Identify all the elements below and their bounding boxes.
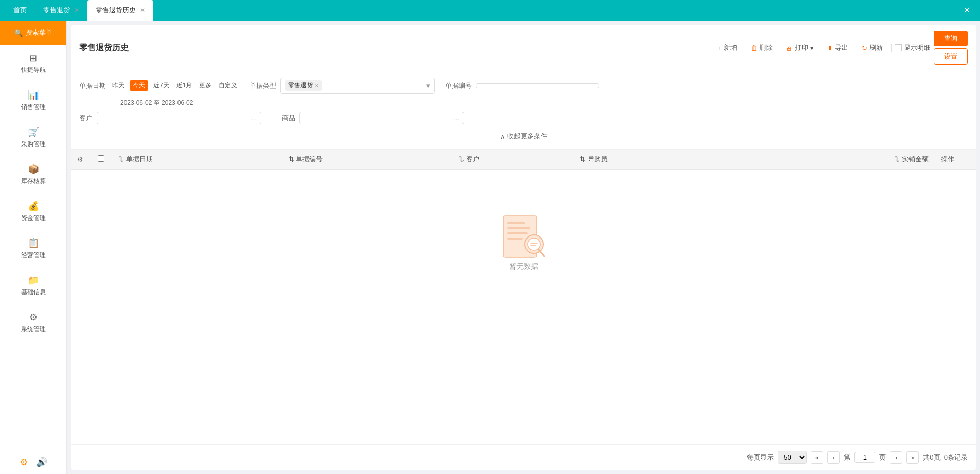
settings-bottom-icon[interactable]: ⚙ bbox=[20, 457, 28, 468]
collapse-button[interactable]: ∧ 收起更多条件 bbox=[500, 132, 547, 141]
th-number[interactable]: ⇅ 单据编号 bbox=[282, 150, 453, 170]
page-unit: 页 bbox=[879, 453, 886, 462]
query-button[interactable]: 查询 bbox=[934, 31, 968, 46]
customer-input[interactable]: ... bbox=[97, 112, 261, 124]
number-label: 单据编号 bbox=[445, 81, 472, 90]
search-icon: 🔍 bbox=[14, 29, 23, 37]
date-opt-1month[interactable]: 近1月 bbox=[174, 80, 194, 91]
svg-rect-1 bbox=[507, 222, 525, 224]
type-label: 单据类型 bbox=[250, 81, 276, 90]
delete-icon: 🗑 bbox=[751, 44, 757, 52]
delete-button[interactable]: 🗑 删除 bbox=[745, 41, 778, 55]
query-buttons: 查询 设置 bbox=[934, 31, 968, 65]
type-select-dropdown: ▾ bbox=[426, 82, 430, 89]
page-label: 第 bbox=[844, 453, 850, 462]
prev-page-button[interactable]: ‹ bbox=[827, 451, 840, 464]
select-all-checkbox[interactable] bbox=[98, 155, 104, 162]
page-container: 零售退货历史 + 新增 🗑 删除 🖨 打印 ▾ bbox=[71, 25, 976, 470]
svg-rect-3 bbox=[507, 232, 528, 234]
type-filter: 单据类型 零售退货 × ▾ bbox=[250, 78, 435, 94]
content-area: 零售退货历史 + 新增 🗑 删除 🖨 打印 ▾ bbox=[67, 21, 980, 474]
per-page-label: 每页显示 bbox=[747, 453, 774, 462]
print-dropdown-icon: ▾ bbox=[810, 44, 814, 52]
export-button[interactable]: ⬆ 导出 bbox=[822, 41, 853, 55]
date-range-display: 2023-06-02 至 2023-06-02 bbox=[120, 99, 968, 107]
th-operation: 操作 bbox=[935, 150, 976, 170]
table-header: ⚙ ⇅ 单据日期 ⇅ 单据编号 bbox=[71, 150, 976, 170]
purchase-icon: 🛒 bbox=[28, 126, 39, 138]
type-tag-close[interactable]: × bbox=[315, 82, 318, 89]
page-number-input[interactable] bbox=[854, 452, 875, 463]
th-guide[interactable]: ⇅ 导购员 bbox=[574, 150, 719, 170]
goods-placeholder: ... bbox=[454, 114, 459, 122]
sidebar: 🔍 搜索菜单 ⊞ 快捷导航 📊 销售管理 🛒 采购管理 📦 库存核算 💰 资金管… bbox=[0, 21, 67, 474]
page-header: 零售退货历史 + 新增 🗑 删除 🖨 打印 ▾ bbox=[71, 25, 976, 71]
sidebar-item-sales-mgmt[interactable]: 📊 销售管理 bbox=[0, 82, 66, 119]
display-detail-checkbox[interactable] bbox=[895, 44, 902, 51]
finance-icon: 💰 bbox=[28, 200, 39, 212]
date-opt-custom[interactable]: 自定义 bbox=[217, 80, 239, 91]
page-title: 零售退货历史 bbox=[79, 43, 129, 53]
th-customer[interactable]: ⇅ 客户 bbox=[452, 150, 574, 170]
empty-text: 暂无数据 bbox=[509, 262, 538, 271]
operations-icon: 📋 bbox=[28, 238, 39, 249]
audio-icon[interactable]: 🔊 bbox=[36, 457, 47, 468]
goods-input[interactable]: ... bbox=[299, 112, 464, 124]
empty-illustration bbox=[493, 211, 555, 262]
th-amount[interactable]: ⇅ 实销金额 bbox=[764, 150, 935, 170]
goods-filter: 商品 ... bbox=[282, 112, 464, 124]
display-detail-option[interactable]: 显示明细 bbox=[895, 43, 931, 52]
sidebar-item-operations-mgmt[interactable]: 📋 经营管理 bbox=[0, 230, 66, 267]
th-date[interactable]: ⇅ 单据日期 bbox=[112, 150, 282, 170]
pagination: 每页显示 50 10 20 100 « ‹ 第 页 › » 共0页, 0条记录 bbox=[71, 444, 976, 470]
svg-rect-2 bbox=[507, 227, 530, 229]
close-tab-retail-return-history[interactable]: ✕ bbox=[140, 7, 145, 14]
th-settings[interactable]: ⚙ bbox=[71, 150, 92, 170]
inventory-icon: 📦 bbox=[28, 163, 39, 175]
sidebar-item-purchase-mgmt[interactable]: 🛒 采购管理 bbox=[0, 119, 66, 156]
per-page-select[interactable]: 50 10 20 100 bbox=[778, 451, 807, 464]
customer-placeholder: ... bbox=[251, 114, 257, 122]
sidebar-bottom: ⚙ 🔊 bbox=[0, 450, 66, 474]
search-menu[interactable]: 🔍 搜索菜单 bbox=[0, 21, 66, 45]
first-page-button[interactable]: « bbox=[811, 451, 823, 464]
type-select[interactable]: 零售退货 × ▾ bbox=[280, 78, 435, 94]
sidebar-item-inventory[interactable]: 📦 库存核算 bbox=[0, 156, 66, 193]
sidebar-item-quick-nav[interactable]: ⊞ 快捷导航 bbox=[0, 45, 66, 82]
date-opt-7days[interactable]: 近7天 bbox=[151, 80, 171, 91]
system-icon: ⚙ bbox=[29, 312, 38, 323]
add-button[interactable]: + 新增 bbox=[712, 41, 742, 55]
goods-label: 商品 bbox=[282, 114, 295, 123]
sales-icon: 📊 bbox=[28, 89, 39, 101]
print-button[interactable]: 🖨 打印 ▾ bbox=[781, 41, 819, 55]
total-info: 共0页, 0条记录 bbox=[923, 453, 968, 462]
refresh-button[interactable]: ↻ 刷新 bbox=[857, 41, 888, 55]
close-tab-retail-return[interactable]: ✕ bbox=[74, 7, 79, 14]
sidebar-item-basic-info[interactable]: 📁 基础信息 bbox=[0, 267, 66, 304]
header-actions: + 新增 🗑 删除 🖨 打印 ▾ ⬆ 导出 bbox=[712, 31, 968, 65]
window-close-button[interactable]: ✕ bbox=[959, 5, 975, 16]
sidebar-item-finance-mgmt[interactable]: 💰 资金管理 bbox=[0, 193, 66, 230]
tab-retail-return[interactable]: 零售退货 ✕ bbox=[35, 0, 87, 21]
number-filter: 单据编号 bbox=[445, 81, 599, 90]
number-input[interactable] bbox=[476, 83, 599, 88]
date-options: 昨天 今天 近7天 近1月 更多 自定义 bbox=[110, 80, 239, 91]
svg-point-6 bbox=[528, 238, 540, 250]
next-page-button[interactable]: › bbox=[890, 451, 902, 464]
date-label: 单据日期 bbox=[79, 81, 106, 90]
date-opt-today[interactable]: 今天 bbox=[130, 80, 148, 91]
th-spacer bbox=[720, 150, 765, 170]
refresh-icon: ↻ bbox=[862, 44, 867, 52]
table-area: ⚙ ⇅ 单据日期 ⇅ 单据编号 bbox=[71, 150, 976, 444]
sidebar-item-system-mgmt[interactable]: ⚙ 系统管理 bbox=[0, 304, 66, 341]
main-layout: 🔍 搜索菜单 ⊞ 快捷导航 📊 销售管理 🛒 采购管理 📦 库存核算 💰 资金管… bbox=[0, 21, 980, 474]
filter-row-1: 单据日期 昨天 今天 近7天 近1月 更多 自定义 单据类型 bbox=[79, 78, 968, 94]
th-checkbox[interactable] bbox=[92, 150, 112, 170]
tab-home[interactable]: 首页 bbox=[5, 0, 35, 21]
date-opt-yesterday[interactable]: 昨天 bbox=[110, 80, 127, 91]
date-opt-more[interactable]: 更多 bbox=[197, 80, 213, 91]
basic-info-icon: 📁 bbox=[28, 275, 39, 286]
last-page-button[interactable]: » bbox=[906, 451, 919, 464]
set-button[interactable]: 设置 bbox=[934, 48, 968, 65]
tab-retail-return-history[interactable]: 零售退货历史 ✕ bbox=[87, 0, 153, 21]
